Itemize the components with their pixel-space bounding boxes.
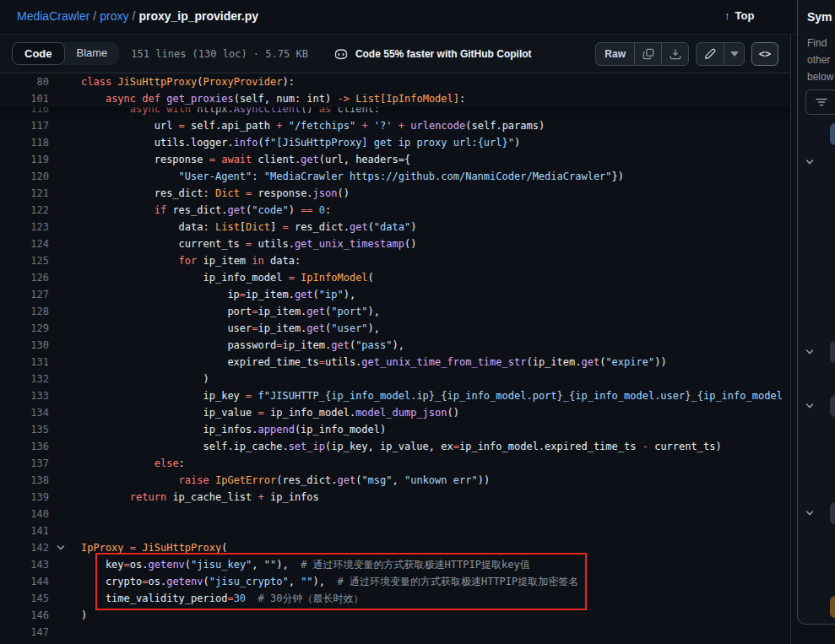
line-number[interactable]: 133 xyxy=(0,387,49,404)
line-number[interactable]: 139 xyxy=(0,489,49,506)
symbol-chip[interactable] xyxy=(830,341,835,363)
code-text: class JiSuHttpProxy(ProxyProvider): xyxy=(81,73,295,90)
symbol-chip[interactable] xyxy=(830,502,835,524)
tab-blame[interactable]: Blame xyxy=(65,42,120,65)
line-number[interactable]: 122 xyxy=(0,202,49,219)
edit-dropdown-button[interactable] xyxy=(724,43,744,65)
breadcrumb-repo-link[interactable]: MediaCrawler xyxy=(17,9,89,23)
copilot-banner[interactable]: Code 55% faster with GitHub Copilot xyxy=(333,47,532,61)
code-line-123: 123 data: List[Dict] = res_dict.get("dat… xyxy=(0,219,790,235)
code-text: for ip_item in data: xyxy=(81,252,301,269)
line-number[interactable]: 142 xyxy=(0,539,49,556)
code-line-129: 129 user=ip_item.get("user"), xyxy=(0,320,790,337)
line-number[interactable]: 126 xyxy=(0,269,49,286)
line-number[interactable]: 130 xyxy=(0,337,49,354)
symbol-chip[interactable] xyxy=(830,395,835,417)
breadcrumb: MediaCrawler/proxy/proxy_ip_provider.py xyxy=(17,9,258,23)
raw-copy-download-group: Raw xyxy=(595,42,689,66)
chevron-down-icon[interactable] xyxy=(805,508,816,520)
code-text: data: List[Dict] = res_dict.get("data") xyxy=(81,219,416,235)
tab-code[interactable]: Code xyxy=(12,42,65,65)
line-number[interactable]: 146 xyxy=(0,607,49,624)
code-line-145: 145 time_validity_period=30 # 30分钟（最长时效） xyxy=(0,590,790,607)
code-text: IpProxy = JiSuHttpProxy( xyxy=(81,539,227,556)
symbol-chip[interactable] xyxy=(830,596,835,618)
line-number[interactable]: 135 xyxy=(0,421,49,438)
line-number[interactable]: 145 xyxy=(0,590,49,607)
code-text: "User-Agent": "MediaCrawler https://gith… xyxy=(81,168,624,185)
code-text: return ip_cache_list + ip_infos xyxy=(81,489,319,506)
line-number[interactable]: 143 xyxy=(0,556,49,573)
line-number[interactable]: 119 xyxy=(0,151,49,168)
line-number[interactable]: 136 xyxy=(0,438,49,455)
code-line-130: 130 password=ip_item.get("pass"), xyxy=(0,337,790,354)
file-header: MediaCrawler/proxy/proxy_ip_provider.py … xyxy=(0,0,797,35)
symbols-filter-button[interactable] xyxy=(805,89,835,115)
code-text: ) xyxy=(81,371,209,387)
code-line-143: 143 key=os.getenv("jisu_key", ""), # 通过环… xyxy=(0,556,790,573)
symbol-chip[interactable] xyxy=(830,123,835,145)
code-text: time_validity_period=30 # 30分钟（最长时效） xyxy=(81,590,363,607)
code-line-124: 124 current_ts = utils.get_unix_timestam… xyxy=(0,235,790,252)
line-number[interactable]: 128 xyxy=(0,303,49,320)
code-line-135: 135 ip_infos.append(ip_info_model) xyxy=(0,421,790,438)
line-number[interactable]: 134 xyxy=(0,404,49,421)
breadcrumb-folder-link[interactable]: proxy xyxy=(100,9,128,23)
code-text: self.ip_cache.set_ip(ip_key, ip_value, e… xyxy=(81,438,722,455)
code-line-147: 147 xyxy=(0,624,790,641)
symbols-panel-description-line: other xyxy=(807,54,830,66)
code-line-133: 133 ip_key = f"JISUHTTP_{ip_info_model.i… xyxy=(0,387,790,404)
code-line-125: 125 for ip_item in data: xyxy=(0,252,790,269)
code-text: crypto=os.getenv("jisu_crypto", ""), # 通… xyxy=(81,573,578,590)
raw-button[interactable]: Raw xyxy=(596,43,634,65)
code-text: res_dict: Dict = response.json() xyxy=(81,185,350,202)
symbols-panel-description-line: below xyxy=(807,71,833,83)
copy-button[interactable] xyxy=(634,43,661,65)
code-lines: 116 async with httpx.AsyncClient() as cl… xyxy=(0,73,790,644)
line-number[interactable]: 123 xyxy=(0,219,49,235)
code-symbols-icon: <> xyxy=(759,48,771,60)
line-number[interactable]: 125 xyxy=(0,252,49,269)
line-number[interactable]: 127 xyxy=(0,286,49,303)
toolbar-actions: Raw xyxy=(595,42,778,66)
code-text: ip_info_model = IpInfoModel( xyxy=(81,269,374,286)
code-text: expired_time_ts=utils.get_unix_time_from… xyxy=(81,354,667,371)
code-line-146: 146) xyxy=(0,607,790,624)
line-number[interactable]: 137 xyxy=(0,455,49,472)
symbols-panel-title: Sym xyxy=(807,10,832,24)
download-button[interactable] xyxy=(661,43,688,65)
line-number[interactable]: 121 xyxy=(0,185,49,202)
line-number[interactable]: 144 xyxy=(0,573,49,590)
symbols-panel: Sym Find other below xyxy=(797,0,835,625)
scroll-to-top-link[interactable]: ↑Top xyxy=(724,9,754,22)
line-number[interactable]: 141 xyxy=(0,522,49,539)
line-number[interactable]: 120 xyxy=(0,168,49,185)
line-number[interactable]: 131 xyxy=(0,354,49,371)
line-number[interactable]: 101 xyxy=(0,90,49,107)
code-text: ip_key = f"JISUHTTP_{ip_info_model.ip}_{… xyxy=(81,387,783,404)
filter-icon xyxy=(815,95,828,109)
line-number[interactable]: 118 xyxy=(0,134,49,151)
symbols-toggle-button[interactable]: <> xyxy=(751,42,778,66)
code-text: ip=ip_item.get("ip"), xyxy=(81,286,355,303)
chevron-down-icon[interactable] xyxy=(805,401,816,413)
edit-button[interactable] xyxy=(697,43,724,65)
line-number[interactable]: 117 xyxy=(0,117,49,134)
code-text: ) xyxy=(81,607,87,624)
code-text: current_ts = utils.get_unix_timestamp() xyxy=(81,235,416,252)
chevron-down-icon[interactable] xyxy=(805,157,816,169)
line-number[interactable]: 80 xyxy=(0,73,49,90)
code-line-117: 117 url = self.api_path + "/fetchips" + … xyxy=(0,117,790,134)
file-view-card: Code Blame 151 lines (130 loc) · 5.75 KB… xyxy=(0,35,791,644)
line-number[interactable]: 140 xyxy=(0,506,49,522)
line-number[interactable]: 124 xyxy=(0,235,49,252)
line-number[interactable]: 129 xyxy=(0,320,49,337)
line-number[interactable]: 147 xyxy=(0,624,49,641)
collapse-chevron-icon[interactable] xyxy=(56,539,69,556)
line-number[interactable]: 138 xyxy=(0,472,49,489)
code-line-139: 139 return ip_cache_list + ip_infos xyxy=(0,489,790,506)
code-line-122: 122 if res_dict.get("code") == 0: xyxy=(0,202,790,219)
line-number[interactable]: 132 xyxy=(0,371,49,387)
code-line-80: 80class JiSuHttpProxy(ProxyProvider): xyxy=(0,73,790,90)
chevron-down-icon[interactable] xyxy=(805,347,816,359)
